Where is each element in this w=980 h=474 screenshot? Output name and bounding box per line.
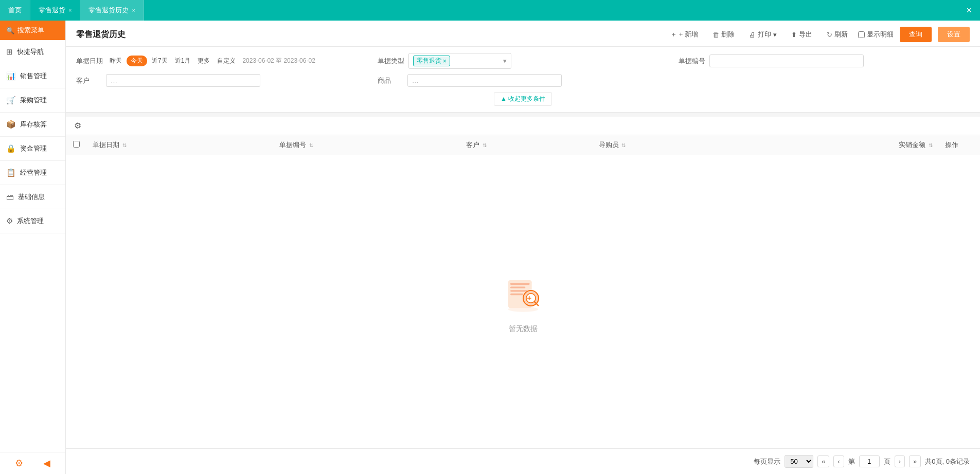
select-all-checkbox[interactable] bbox=[73, 141, 80, 148]
quick-nav-icon: ⊞ bbox=[6, 47, 13, 57]
display-toggle: 显示明细 bbox=[858, 30, 894, 39]
page-label: 第 bbox=[848, 457, 855, 466]
filter-row-2: 客户 商品 bbox=[76, 74, 970, 87]
th-actions-label: 操作 bbox=[945, 141, 958, 149]
last-page-button[interactable]: » bbox=[909, 455, 921, 467]
th-checkbox bbox=[66, 135, 86, 155]
refresh-button[interactable]: ↻ 刷新 bbox=[823, 28, 852, 41]
inventory-icon: 📦 bbox=[6, 120, 16, 129]
display-label: 显示明细 bbox=[867, 30, 894, 39]
sidebar-item-operations-label: 经营管理 bbox=[20, 168, 47, 177]
new-icon: ＋ bbox=[670, 30, 677, 39]
date-opt-more[interactable]: 更多 bbox=[195, 56, 212, 66]
th-guide[interactable]: 导购员 ⇅ bbox=[593, 135, 752, 155]
sidebar-settings-button[interactable]: ⚙ bbox=[15, 458, 23, 469]
export-button[interactable]: ⬆ 导出 bbox=[787, 28, 816, 41]
per-page-select[interactable]: 50 10 20 100 bbox=[785, 455, 813, 468]
th-customer-sort-icon: ⇅ bbox=[483, 142, 487, 148]
filter-area: 单据日期 昨天 今天 近7天 近1月 更多 自定义 2023-06-02 至 2… bbox=[66, 47, 980, 113]
window-close-button[interactable]: × bbox=[958, 0, 980, 21]
sidebar-item-operations[interactable]: 📋 经营管理 bbox=[0, 161, 65, 185]
top-bar: 首页 零售退货 × 零售退货历史 × × bbox=[0, 0, 980, 21]
goods-input[interactable] bbox=[407, 74, 562, 87]
date-opt-7days[interactable]: 近7天 bbox=[149, 56, 170, 66]
date-opt-1month[interactable]: 近1月 bbox=[172, 56, 193, 66]
page-title: 零售退货历史 bbox=[76, 29, 126, 40]
th-date-label: 单据日期 bbox=[93, 141, 119, 149]
doc-type-value: 零售退货 bbox=[417, 57, 441, 65]
th-actions: 操作 bbox=[939, 135, 980, 155]
sidebar-item-basic-info[interactable]: 🗃 基础信息 bbox=[0, 185, 65, 209]
settings-button[interactable]: 设置 bbox=[938, 27, 970, 42]
date-opt-today[interactable]: 今天 bbox=[127, 56, 147, 66]
sidebar: 🔍 搜索菜单 ⊞ 快捷导航 📊 销售管理 🛒 采购管理 📦 库存核算 🔒 资金管… bbox=[0, 21, 66, 474]
doc-type-select[interactable]: 零售退货 × ▾ bbox=[408, 53, 511, 69]
sidebar-item-system-label: 系统管理 bbox=[17, 216, 44, 226]
content-area: 零售退货历史 ＋ + 新增 🗑 删除 🖨 打印 ▾ ⬆ 导出 bbox=[66, 21, 980, 474]
sidebar-search[interactable]: 🔍 搜索菜单 bbox=[0, 21, 65, 40]
doc-number-input[interactable] bbox=[709, 54, 864, 67]
th-number[interactable]: 单据编号 ⇅ bbox=[273, 135, 460, 155]
sidebar-collapse-button[interactable]: ◀ bbox=[43, 458, 50, 469]
th-customer[interactable]: 客户 ⇅ bbox=[460, 135, 593, 155]
th-guide-sort-icon: ⇅ bbox=[621, 142, 626, 148]
tab-retail-return-label: 零售退货 bbox=[39, 6, 65, 15]
th-date[interactable]: 单据日期 ⇅ bbox=[86, 135, 273, 155]
tab-retail-return-history-label: 零售退货历史 bbox=[88, 6, 129, 15]
th-guide-label: 导购员 bbox=[599, 141, 619, 149]
table-settings-icon[interactable]: ⚙ bbox=[74, 121, 81, 131]
date-filter-field: 单据日期 昨天 今天 近7天 近1月 更多 自定义 2023-06-02 至 2… bbox=[76, 56, 367, 66]
delete-button[interactable]: 🗑 删除 bbox=[708, 28, 739, 41]
date-range-display: 2023-06-02 至 2023-06-02 bbox=[242, 57, 315, 65]
doc-type-filter-field: 单据类型 零售退货 × ▾ bbox=[378, 53, 669, 69]
svg-rect-4 bbox=[510, 290, 527, 291]
tab-home[interactable]: 首页 bbox=[0, 0, 30, 21]
print-label: 打印 bbox=[758, 30, 771, 39]
delete-icon: 🗑 bbox=[712, 31, 719, 39]
sidebar-item-sales-mgmt[interactable]: 📊 销售管理 bbox=[0, 64, 65, 88]
svg-rect-2 bbox=[510, 283, 530, 285]
collapse-button[interactable]: ▲ 收起更多条件 bbox=[494, 92, 552, 106]
print-button[interactable]: 🖨 打印 ▾ bbox=[745, 28, 781, 41]
print-icon: 🖨 bbox=[749, 31, 756, 39]
next-page-button[interactable]: › bbox=[895, 455, 905, 467]
page-number-input[interactable] bbox=[859, 455, 880, 467]
doc-type-remove[interactable]: × bbox=[443, 58, 447, 65]
sidebar-item-inventory[interactable]: 📦 库存核算 bbox=[0, 113, 65, 137]
doc-type-dropdown-icon: ▾ bbox=[503, 57, 507, 65]
tab-retail-return-history[interactable]: 零售退货历史 × bbox=[80, 0, 144, 21]
empty-text: 暂无数据 bbox=[509, 324, 538, 334]
prev-page-button[interactable]: ‹ bbox=[833, 455, 844, 467]
sidebar-item-purchase-mgmt[interactable]: 🛒 采购管理 bbox=[0, 88, 65, 113]
table-toolbar: ⚙ bbox=[66, 117, 980, 135]
sales-icon: 📊 bbox=[6, 71, 16, 81]
sidebar-item-finance[interactable]: 🔒 资金管理 bbox=[0, 137, 65, 161]
display-checkbox[interactable] bbox=[858, 31, 865, 38]
first-page-button[interactable]: « bbox=[817, 455, 829, 467]
customer-input[interactable] bbox=[106, 74, 260, 87]
pagination: 每页显示 50 10 20 100 « ‹ 第 页 › » 共0页, 0条记录 bbox=[66, 448, 980, 474]
date-label: 单据日期 bbox=[76, 57, 103, 66]
page-header: 零售退货历史 ＋ + 新增 🗑 删除 🖨 打印 ▾ ⬆ 导出 bbox=[66, 21, 980, 47]
sidebar-item-quick-nav[interactable]: ⊞ 快捷导航 bbox=[0, 40, 65, 64]
tab-retail-return-history-close[interactable]: × bbox=[132, 7, 135, 13]
date-options: 昨天 今天 近7天 近1月 更多 自定义 bbox=[107, 56, 238, 66]
sidebar-item-quick-nav-label: 快捷导航 bbox=[17, 47, 44, 57]
empty-state-icon bbox=[497, 270, 549, 316]
new-button[interactable]: ＋ + 新增 bbox=[666, 28, 702, 41]
doc-number-filter-field: 单据编号 bbox=[679, 54, 970, 67]
tab-retail-return-close[interactable]: × bbox=[68, 7, 72, 13]
table-container: ⚙ 单据日期 ⇅ 单据编号 ⇅ bbox=[66, 117, 980, 448]
query-button[interactable]: 查询 bbox=[900, 27, 932, 42]
date-opt-custom[interactable]: 自定义 bbox=[215, 56, 238, 66]
delete-label: 删除 bbox=[721, 30, 735, 39]
export-icon: ⬆ bbox=[791, 31, 797, 39]
sidebar-item-system-mgmt[interactable]: ⚙ 系统管理 bbox=[0, 209, 65, 233]
th-customer-label: 客户 bbox=[466, 141, 479, 149]
sidebar-item-purchase-label: 采购管理 bbox=[20, 96, 47, 105]
date-opt-yesterday[interactable]: 昨天 bbox=[107, 56, 124, 66]
th-amount[interactable]: 实销金额 ⇅ bbox=[752, 135, 939, 155]
table-header-row: 单据日期 ⇅ 单据编号 ⇅ 客户 ⇅ 导购员 ⇅ bbox=[66, 135, 980, 155]
tab-retail-return[interactable]: 零售退货 × bbox=[30, 0, 80, 21]
th-date-sort-icon: ⇅ bbox=[122, 142, 127, 148]
